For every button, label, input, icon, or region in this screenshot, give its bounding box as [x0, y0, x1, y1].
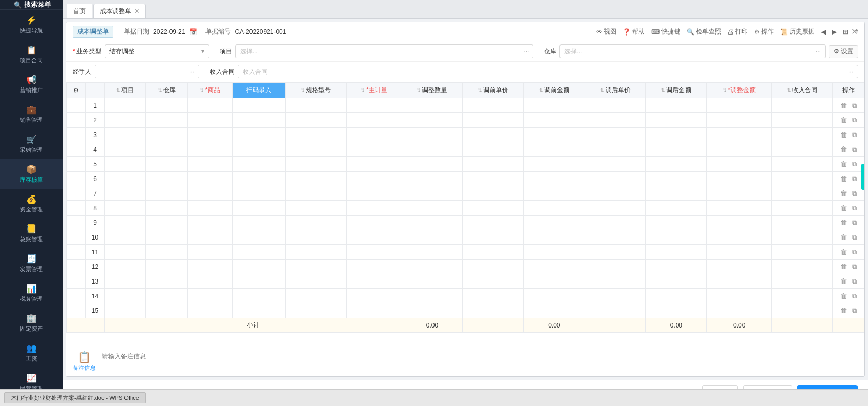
cell-adj-amt-13[interactable]: [707, 274, 772, 289]
cell-adj-qty-8[interactable]: [402, 201, 463, 216]
cell-goods-5[interactable]: [187, 157, 233, 172]
tab-cost-adjust[interactable]: 成本调整单 ✕: [93, 4, 146, 18]
sidebar-item-fixed-assets[interactable]: 🏢固定资产: [0, 308, 63, 338]
cell-after-price-5[interactable]: [585, 157, 646, 172]
cell-after-price-6[interactable]: [585, 172, 646, 186]
cell-before-price-11[interactable]: [463, 245, 524, 260]
row-copy-3[interactable]: ⧉: [851, 130, 859, 140]
sidebar-item-sales-promo[interactable]: 📢营销推广: [0, 70, 63, 99]
income-contract-input[interactable]: 收入合同 ···: [238, 65, 858, 78]
cell-scan-10[interactable]: [233, 230, 285, 245]
cell-adj-amt-3[interactable]: [707, 128, 772, 142]
cell-scan-8[interactable]: [233, 201, 285, 216]
toolbar-nav-next[interactable]: ▶: [832, 28, 837, 36]
cell-income-contract-2[interactable]: [772, 113, 833, 128]
row-copy-4[interactable]: ⧉: [851, 145, 859, 154]
sidebar-item-inventory-calc[interactable]: 📦库存核算: [0, 159, 63, 189]
cell-goods-15[interactable]: [187, 303, 233, 318]
remarks-input[interactable]: [102, 351, 858, 362]
toolbar-nav-prev[interactable]: ◀: [821, 28, 826, 36]
cell-spec-4[interactable]: [285, 142, 347, 157]
cell-unit-10[interactable]: [347, 230, 402, 245]
cell-adj-qty-7[interactable]: [402, 186, 463, 201]
cell-after-price-10[interactable]: [585, 230, 646, 245]
cell-unit-13[interactable]: [347, 274, 402, 289]
cell-after-price-12[interactable]: [585, 260, 646, 274]
cell-income-contract-5[interactable]: [772, 157, 833, 172]
cell-scan-9[interactable]: [233, 216, 285, 230]
cell-after-amt-13[interactable]: [646, 274, 707, 289]
row-delete-12[interactable]: 🗑: [839, 262, 849, 271]
cell-adj-qty-11[interactable]: [402, 245, 463, 260]
cell-goods-11[interactable]: [187, 245, 233, 260]
cell-after-amt-3[interactable]: [646, 128, 707, 142]
cell-scan-1[interactable]: [233, 98, 285, 113]
cell-scan-7[interactable]: [233, 186, 285, 201]
cell-adj-amt-10[interactable]: [707, 230, 772, 245]
cell-before-amt-3[interactable]: [524, 128, 585, 142]
cell-spec-6[interactable]: [285, 172, 347, 186]
cell-warehouse-13[interactable]: [146, 274, 187, 289]
cell-before-amt-6[interactable]: [524, 172, 585, 186]
toolbar-view[interactable]: 👁 视图: [596, 27, 616, 36]
cell-scan-15[interactable]: [233, 303, 285, 318]
cell-project-1[interactable]: [105, 98, 146, 113]
cell-warehouse-4[interactable]: [146, 142, 187, 157]
col-project[interactable]: ⇅项目: [105, 83, 146, 98]
cell-before-price-8[interactable]: [463, 201, 524, 216]
cell-spec-9[interactable]: [285, 216, 347, 230]
cell-before-price-12[interactable]: [463, 260, 524, 274]
cell-after-price-13[interactable]: [585, 274, 646, 289]
cell-adj-qty-4[interactable]: [402, 142, 463, 157]
cell-scan-14[interactable]: [233, 289, 285, 303]
sidebar-item-quick-nav[interactable]: ⚡快捷导航: [0, 10, 63, 40]
cell-adj-amt-2[interactable]: [707, 113, 772, 128]
cell-warehouse-1[interactable]: [146, 98, 187, 113]
cell-adj-qty-3[interactable]: [402, 128, 463, 142]
cell-scan-13[interactable]: [233, 274, 285, 289]
cell-warehouse-12[interactable]: [146, 260, 187, 274]
biz-type-input[interactable]: 结存调整 ▾: [105, 44, 209, 58]
cell-before-amt-15[interactable]: [524, 303, 585, 318]
row-delete-15[interactable]: 🗑: [839, 306, 849, 315]
cell-adj-amt-8[interactable]: [707, 201, 772, 216]
cell-income-contract-8[interactable]: [772, 201, 833, 216]
cell-after-amt-1[interactable]: [646, 98, 707, 113]
tab-home[interactable]: 首页: [67, 4, 92, 18]
cell-warehouse-5[interactable]: [146, 157, 187, 172]
cell-before-amt-2[interactable]: [524, 113, 585, 128]
cell-after-price-2[interactable]: [585, 113, 646, 128]
cell-before-amt-5[interactable]: [524, 157, 585, 172]
cell-income-contract-7[interactable]: [772, 186, 833, 201]
cell-after-amt-10[interactable]: [646, 230, 707, 245]
cell-before-price-3[interactable]: [463, 128, 524, 142]
cell-adj-qty-14[interactable]: [402, 289, 463, 303]
cell-after-price-4[interactable]: [585, 142, 646, 157]
cell-spec-3[interactable]: [285, 128, 347, 142]
cell-unit-2[interactable]: [347, 113, 402, 128]
row-copy-10[interactable]: ⧉: [851, 233, 859, 242]
settings-btn[interactable]: ⚙ 设置: [829, 45, 858, 58]
row-delete-5[interactable]: 🗑: [839, 160, 849, 168]
row-delete-7[interactable]: 🗑: [839, 189, 849, 198]
cell-project-13[interactable]: [105, 274, 146, 289]
cell-before-amt-12[interactable]: [524, 260, 585, 274]
cell-after-price-7[interactable]: [585, 186, 646, 201]
row-delete-13[interactable]: 🗑: [839, 277, 849, 286]
cell-project-9[interactable]: [105, 216, 146, 230]
toolbar-print[interactable]: 🖨 打印: [727, 27, 748, 36]
cell-before-amt-10[interactable]: [524, 230, 585, 245]
cell-adj-qty-12[interactable]: [402, 260, 463, 274]
cell-warehouse-3[interactable]: [146, 128, 187, 142]
cell-income-contract-9[interactable]: [772, 216, 833, 230]
cell-warehouse-7[interactable]: [146, 186, 187, 201]
cell-after-price-11[interactable]: [585, 245, 646, 260]
cell-goods-2[interactable]: [187, 113, 233, 128]
cell-income-contract-1[interactable]: [772, 98, 833, 113]
col-adj-qty[interactable]: ⇅调整数量: [402, 83, 463, 98]
cell-before-amt-13[interactable]: [524, 274, 585, 289]
warehouse-input[interactable]: 选择... ···: [559, 44, 826, 58]
cell-scan-3[interactable]: [233, 128, 285, 142]
col-income-contract[interactable]: ⇅收入合同: [772, 83, 833, 98]
cell-spec-15[interactable]: [285, 303, 347, 318]
